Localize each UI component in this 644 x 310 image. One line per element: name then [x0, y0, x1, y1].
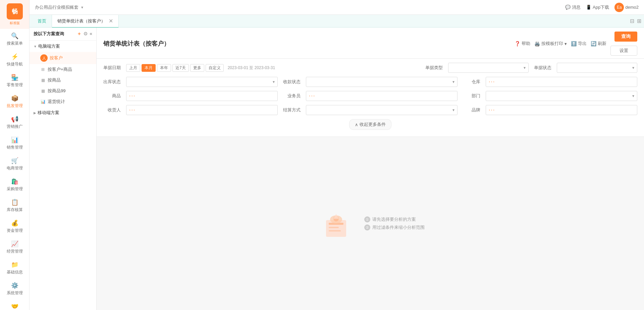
- sidebar-item-label: 资金管理: [7, 228, 23, 234]
- consignee-dots: ···: [129, 107, 136, 113]
- scheme-group-desktop-label: 电脑端方案: [38, 43, 60, 49]
- refresh-button[interactable]: 🔄 刷新: [591, 41, 606, 47]
- scheme-item-returns-label: 退货统计: [48, 99, 65, 105]
- scheme-group-desktop-title[interactable]: ▼ 电脑端方案: [30, 41, 96, 52]
- tip-text-2: 用过滤条件来缩小分析范围: [372, 224, 425, 230]
- scheme-item-by-customer[interactable]: 人 按客户: [30, 52, 96, 64]
- topbar-title: 办公用品行业模拟账套: [35, 4, 78, 10]
- brand-label: 品牌: [463, 107, 480, 113]
- scheme-group-mobile-label: 移动端方案: [38, 110, 59, 116]
- date-btn-7days[interactable]: 近7天: [172, 64, 189, 72]
- scheme-item-customer-goods[interactable]: ⊞ 按客户+商品: [30, 64, 96, 75]
- goods99-icon: ▦: [40, 88, 46, 94]
- payment-status-select[interactable]: ▾: [306, 77, 458, 87]
- doc-status-select[interactable]: ▾: [557, 63, 637, 73]
- download-icon: 📱: [586, 5, 591, 10]
- sidebar-item-label: 批发管理: [7, 103, 23, 109]
- scheme-item-by-goods99[interactable]: ▦ 按商品99: [30, 86, 96, 96]
- topbar-left: 办公用品行业模拟账套 ▾: [35, 4, 83, 10]
- export-label: 导出: [578, 41, 587, 47]
- edit-scheme-button[interactable]: ⊙: [84, 31, 88, 37]
- sidebar-item-sales[interactable]: 📊 销售管理: [0, 133, 29, 154]
- sidebar-item-label: 经营管理: [7, 249, 23, 254]
- lightning-icon: ⚡: [11, 53, 18, 60]
- add-scheme-button[interactable]: ＋: [77, 31, 82, 37]
- print-button[interactable]: 🖨️ 按模板打印 ▾: [534, 41, 567, 47]
- sidebar-item-retail[interactable]: 🏪 零售管理: [0, 70, 29, 91]
- logo-text: 标准版: [10, 21, 20, 25]
- brand-select[interactable]: ···: [486, 105, 637, 115]
- sidebar-item-marketing[interactable]: 📢 营销推广: [0, 112, 29, 133]
- sidebar: 畅 标准版 🔍 搜索菜单 ⚡ 快捷导航 🏪 零售管理 📦 批发管理 📢 营销推广…: [0, 0, 30, 310]
- box-icon: 📦: [11, 95, 18, 102]
- app-download-label: App下载: [593, 4, 609, 10]
- out-status-label: 出库状态: [103, 79, 121, 85]
- sidebar-item-collab[interactable]: 🤝 企业协同: [0, 299, 29, 310]
- sidebar-logo: 畅 标准版: [0, 0, 29, 29]
- store-icon: 🏪: [11, 74, 18, 81]
- handshake-icon: 🤝: [11, 303, 18, 310]
- date-btn-custom[interactable]: 自定义: [206, 64, 224, 72]
- date-btn-last-month[interactable]: 上月: [126, 64, 140, 72]
- print-icon: 🖨️: [534, 41, 540, 46]
- export-button[interactable]: ⬆️ 导出: [571, 41, 587, 47]
- goods-label: 商品: [103, 93, 121, 99]
- scheme-header: 按以下方案查询 ＋ ⊙ «: [30, 28, 96, 41]
- scheme-item-returns[interactable]: 📊 退货统计: [30, 96, 96, 107]
- sidebar-item-label: 零售管理: [7, 82, 23, 88]
- date-btn-this-year[interactable]: 本年: [157, 64, 171, 72]
- salesman-select[interactable]: ···: [306, 91, 458, 101]
- scheme-group-mobile-title[interactable]: ▶ 移动端方案: [30, 107, 96, 118]
- goods-icon: ▦: [40, 78, 46, 83]
- scheme-header-actions: ＋ ⊙ «: [77, 31, 92, 37]
- scheme-item-by-goods[interactable]: ▦ 按商品: [30, 75, 96, 86]
- refresh-icon: 🔄: [591, 41, 596, 46]
- sidebar-item-system[interactable]: ⚙️ 系统管理: [0, 278, 29, 299]
- tab-close-icon[interactable]: ✕: [109, 18, 113, 24]
- department-select[interactable]: ▾: [486, 91, 637, 101]
- app-download-button[interactable]: 📱 App下载: [586, 4, 609, 10]
- sidebar-item-label: 采购管理: [7, 186, 23, 192]
- minimize-icon[interactable]: ⊟: [630, 18, 634, 24]
- collapse-scheme-button[interactable]: «: [90, 31, 92, 37]
- date-btn-more[interactable]: 更多: [190, 64, 204, 72]
- doc-type-select[interactable]: ▾: [448, 63, 529, 73]
- action-btns: 查询 设置: [610, 32, 637, 56]
- query-button[interactable]: 查询: [614, 32, 637, 42]
- user-menu[interactable]: Ea demo2: [614, 3, 639, 12]
- content-area: 按以下方案查询 ＋ ⊙ « ▼ 电脑端方案 人 按客户 ⊞ 按客: [30, 28, 644, 310]
- salesman-label: 业务员: [283, 93, 301, 99]
- sidebar-item-inventory[interactable]: 📋 库存核算: [0, 195, 29, 216]
- clipboard-icon: 📋: [11, 199, 18, 206]
- settings-button[interactable]: 设置: [610, 46, 637, 56]
- help-button[interactable]: ❓ 帮助: [515, 41, 530, 47]
- empty-state: ① 请先选择要分析的方案 ② 用过滤条件来缩小分析范围: [97, 137, 644, 310]
- date-btn-this-month[interactable]: 本月: [142, 64, 156, 72]
- message-button[interactable]: 💬 消息: [565, 4, 581, 10]
- sidebar-item-search[interactable]: 🔍 搜索菜单: [0, 29, 29, 50]
- maximize-icon[interactable]: ⊞: [637, 18, 641, 24]
- topbar-dropdown-icon[interactable]: ▾: [81, 5, 83, 10]
- tab-expand-area: ⊟ ⊞: [630, 18, 641, 24]
- sidebar-item-ecommerce[interactable]: 🛒 电商管理: [0, 154, 29, 174]
- customer-icon: 人: [40, 54, 48, 62]
- sidebar-item-shortcuts[interactable]: ⚡ 快捷导航: [0, 50, 29, 70]
- tab-home[interactable]: 首页: [32, 15, 52, 28]
- tab-sales-report[interactable]: 销货单统计表（按客户） ✕: [52, 15, 119, 28]
- sidebar-item-label: 搜索菜单: [7, 41, 23, 46]
- payment-status-arrow-icon: ▾: [452, 80, 454, 84]
- sidebar-item-purchase[interactable]: 🛍️ 采购管理: [0, 174, 29, 195]
- sidebar-item-operations[interactable]: 📈 经营管理: [0, 237, 29, 258]
- out-status-select[interactable]: ▾: [126, 77, 278, 87]
- sidebar-item-basics[interactable]: 📁 基础信息: [0, 258, 29, 278]
- trend-icon: 📈: [11, 240, 18, 248]
- consignee-select[interactable]: ···: [126, 105, 278, 115]
- scheme-panel: 按以下方案查询 ＋ ⊙ « ▼ 电脑端方案 人 按客户 ⊞ 按客: [30, 28, 97, 310]
- settlement-select[interactable]: ▾: [306, 105, 458, 115]
- sidebar-item-wholesale[interactable]: 📦 批发管理: [0, 91, 29, 112]
- warehouse-select[interactable]: ···: [486, 77, 637, 87]
- collapse-filters-button[interactable]: ∧ 收起更多条件: [349, 119, 391, 130]
- chart-bar-icon: 📊: [11, 136, 18, 144]
- goods-select[interactable]: ···: [126, 91, 278, 101]
- sidebar-item-finance[interactable]: 💰 资金管理: [0, 216, 29, 237]
